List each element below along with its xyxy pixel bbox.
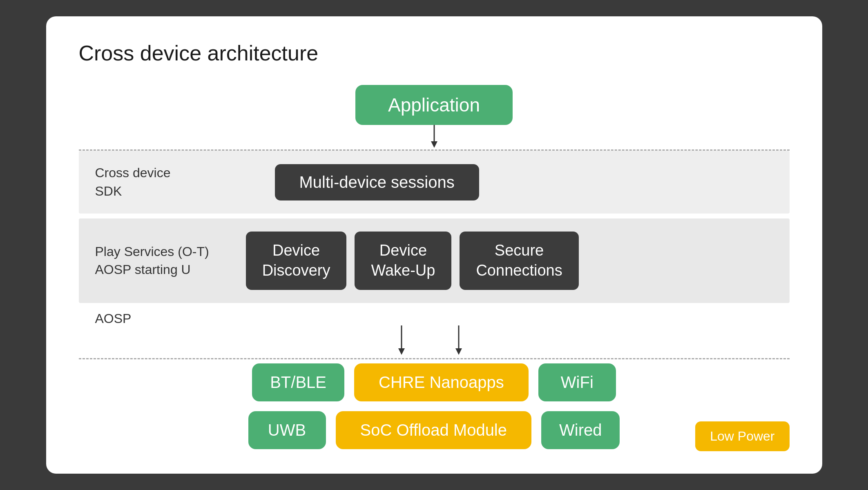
play-services-section: Play Services (O-T) AOSP starting U Devi… bbox=[79, 218, 790, 303]
application-box: Application bbox=[355, 85, 513, 125]
device-discovery-box: Device Discovery bbox=[246, 232, 347, 290]
secure-connections-box: Secure Connections bbox=[460, 232, 578, 290]
uwb-box: UWB bbox=[248, 411, 326, 449]
soc-offload-box: SoC Offload Module bbox=[336, 411, 531, 449]
play-label: Play Services (O-T) AOSP starting U bbox=[95, 243, 209, 279]
low-power-badge: Low Power bbox=[695, 421, 789, 451]
bottom-section: BT/BLE CHRE Nanoapps WiFi UWB SoC Offloa… bbox=[79, 363, 790, 449]
sdk-label: Cross device SDK bbox=[95, 164, 177, 200]
arrows-container bbox=[79, 325, 790, 358]
wired-box: Wired bbox=[541, 411, 620, 449]
chre-nanoapps-box: CHRE Nanoapps bbox=[354, 363, 529, 401]
bottom-row-2: UWB SoC Offload Module Wired bbox=[248, 411, 620, 449]
sdk-section: Cross device SDK Multi-device sessions bbox=[79, 151, 790, 214]
device-wakeup-box: Device Wake-Up bbox=[355, 232, 451, 290]
wifi-box: WiFi bbox=[538, 363, 616, 401]
svg-marker-1 bbox=[431, 141, 437, 148]
arrow-app-to-sdk bbox=[79, 125, 790, 149]
bt-ble-box: BT/BLE bbox=[252, 363, 344, 401]
aosp-label: AOSP bbox=[95, 311, 132, 326]
bottom-row-1: BT/BLE CHRE Nanoapps WiFi bbox=[252, 363, 616, 401]
aosp-row: AOSP bbox=[79, 303, 790, 326]
page-title: Cross device architecture bbox=[79, 41, 790, 65]
multi-device-sessions-box: Multi-device sessions bbox=[275, 164, 479, 200]
svg-marker-5 bbox=[455, 348, 462, 355]
diagram: Application Cross device SDK Multi-devic… bbox=[79, 85, 790, 449]
main-card: Cross device architecture Application Cr… bbox=[46, 16, 822, 473]
application-row: Application bbox=[79, 85, 790, 125]
dashed-separator-bottom bbox=[79, 358, 790, 359]
play-boxes: Device Discovery Device Wake-Up Secure C… bbox=[246, 232, 579, 290]
svg-marker-3 bbox=[398, 348, 405, 355]
